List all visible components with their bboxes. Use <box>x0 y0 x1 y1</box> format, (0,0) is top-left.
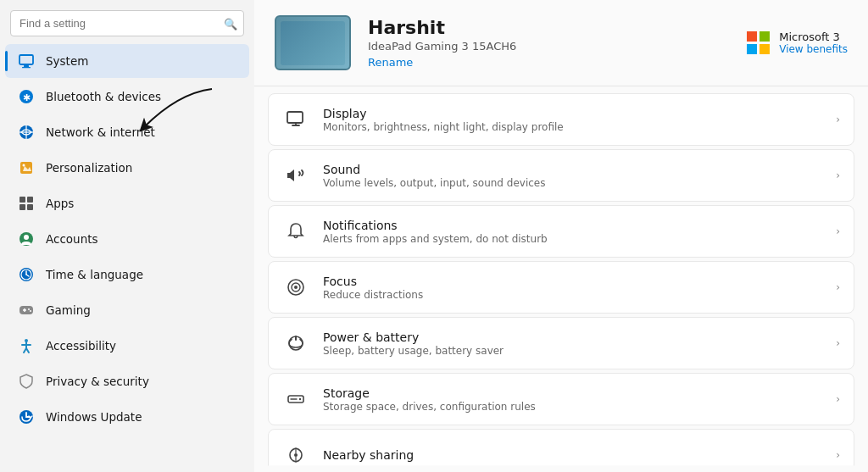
notifications-icon <box>282 218 309 245</box>
main-content: Harshit IdeaPad Gaming 3 15ACH6 Rename M… <box>254 0 868 472</box>
time-icon <box>17 265 36 284</box>
sidebar-item-time[interactable]: Time & language <box>5 258 249 292</box>
focus-title: Focus <box>323 275 822 288</box>
ms-logo-blue <box>747 44 757 54</box>
svg-rect-2 <box>22 67 31 68</box>
search-input[interactable] <box>10 10 244 36</box>
sidebar-item-time-label: Time & language <box>46 268 143 281</box>
display-text: Display Monitors, brightness, night ligh… <box>323 107 822 133</box>
ms-text-block: Microsoft 3 View benefits <box>779 31 848 55</box>
sidebar-item-privacy[interactable]: Privacy & security <box>5 364 249 398</box>
svg-line-29 <box>26 348 29 353</box>
ms-logo-green <box>760 31 770 42</box>
power-chevron: › <box>836 337 840 349</box>
focus-desc: Reduce distractions <box>323 289 822 301</box>
ms-logo-yellow <box>760 44 770 54</box>
sidebar-item-accounts-label: Accounts <box>46 232 98 246</box>
gaming-icon <box>17 301 36 319</box>
focus-chevron: › <box>836 281 840 293</box>
svg-rect-11 <box>27 197 33 203</box>
settings-item-sound[interactable]: Sound Volume levels, output, input, soun… <box>268 149 854 202</box>
svg-point-23 <box>28 308 30 310</box>
svg-text:✱: ✱ <box>23 92 31 103</box>
display-icon <box>282 106 309 133</box>
settings-item-power[interactable]: Power & battery Sleep, battery usage, ba… <box>268 317 854 369</box>
settings-list: Display Monitors, brightness, night ligh… <box>254 86 868 472</box>
display-desc: Monitors, brightness, night light, displ… <box>323 121 822 133</box>
profile-header: Harshit IdeaPad Gaming 3 15ACH6 Rename M… <box>254 0 868 86</box>
settings-item-storage[interactable]: Storage Storage space, drives, configura… <box>268 373 854 425</box>
svg-rect-13 <box>27 204 33 210</box>
sidebar-item-privacy-label: Privacy & security <box>46 375 149 388</box>
rename-link[interactable]: Rename <box>368 56 730 69</box>
svg-rect-12 <box>19 204 25 210</box>
sidebar-item-personalization[interactable]: Personalization <box>5 151 249 185</box>
svg-point-42 <box>294 453 298 457</box>
storage-text: Storage Storage space, drives, configura… <box>323 386 822 413</box>
focus-icon <box>282 274 309 301</box>
network-icon <box>17 123 36 142</box>
system-icon <box>17 52 36 70</box>
storage-title: Storage <box>323 386 822 400</box>
display-chevron: › <box>836 114 840 125</box>
power-icon <box>282 330 309 357</box>
microsoft-badge: Microsoft 3 View benefits <box>747 31 848 55</box>
sidebar-item-gaming[interactable]: Gaming <box>5 293 249 327</box>
sidebar-item-bluetooth-label: Bluetooth & devices <box>46 90 161 103</box>
settings-item-display[interactable]: Display Monitors, brightness, night ligh… <box>268 93 854 146</box>
sound-text: Sound Volume levels, output, input, soun… <box>323 163 822 189</box>
profile-name: Harshit <box>368 17 730 38</box>
storage-desc: Storage space, drives, configuration rul… <box>323 401 822 413</box>
personalization-icon <box>17 158 36 177</box>
settings-item-notifications[interactable]: Notifications Alerts from apps and syste… <box>268 205 854 258</box>
sound-icon <box>282 162 309 189</box>
microsoft-logo <box>747 31 771 55</box>
svg-point-9 <box>23 164 25 167</box>
microsoft-title: Microsoft 3 <box>779 31 848 43</box>
notifications-text: Notifications Alerts from apps and syste… <box>323 219 822 245</box>
apps-icon <box>17 194 36 213</box>
nearby-text: Nearby sharing <box>323 448 822 462</box>
svg-point-36 <box>294 286 298 289</box>
search-container: 🔍 <box>10 10 244 36</box>
power-text: Power & battery Sleep, battery usage, ba… <box>323 330 822 357</box>
sidebar-item-accessibility[interactable]: Accessibility <box>5 329 249 363</box>
microsoft-subtitle[interactable]: View benefits <box>779 43 848 55</box>
sound-chevron: › <box>836 169 840 181</box>
sidebar-item-apps[interactable]: Apps <box>5 186 249 220</box>
svg-rect-31 <box>287 112 303 123</box>
sidebar-item-network[interactable]: Network & internet <box>5 115 249 149</box>
power-title: Power & battery <box>323 330 822 344</box>
display-title: Display <box>323 107 822 120</box>
sidebar-item-apps-label: Apps <box>46 197 74 210</box>
sidebar-item-system[interactable]: System <box>5 44 249 78</box>
notifications-chevron: › <box>836 225 840 237</box>
svg-rect-10 <box>19 197 25 203</box>
sidebar-item-update-label: Windows Update <box>46 410 142 424</box>
settings-item-nearby[interactable]: Nearby sharing › <box>268 429 854 472</box>
sidebar-item-network-label: Network & internet <box>46 125 155 139</box>
ms-logo-red <box>747 31 757 42</box>
bluetooth-icon: ✱ <box>17 87 36 106</box>
storage-chevron: › <box>836 393 840 405</box>
notifications-title: Notifications <box>323 219 822 232</box>
update-icon <box>17 408 36 426</box>
sound-title: Sound <box>323 163 822 176</box>
focus-text: Focus Reduce distractions <box>323 275 822 301</box>
svg-point-24 <box>30 310 31 312</box>
sidebar-item-bluetooth[interactable]: ✱ Bluetooth & devices <box>5 80 249 114</box>
svg-point-40 <box>299 398 301 400</box>
profile-info: Harshit IdeaPad Gaming 3 15ACH6 Rename <box>368 17 730 69</box>
nearby-icon <box>282 441 309 469</box>
sound-desc: Volume levels, output, input, sound devi… <box>323 177 822 189</box>
svg-rect-1 <box>24 65 29 67</box>
sidebar-item-system-label: System <box>46 54 88 68</box>
settings-item-focus[interactable]: Focus Reduce distractions › <box>268 261 854 314</box>
sidebar-item-update[interactable]: Windows Update <box>5 400 249 434</box>
sidebar-item-personalization-label: Personalization <box>46 161 132 175</box>
svg-point-15 <box>24 235 29 240</box>
storage-icon <box>282 386 309 413</box>
svg-rect-0 <box>19 55 33 64</box>
sidebar-item-accounts[interactable]: Accounts <box>5 222 249 256</box>
accounts-icon <box>17 230 36 248</box>
